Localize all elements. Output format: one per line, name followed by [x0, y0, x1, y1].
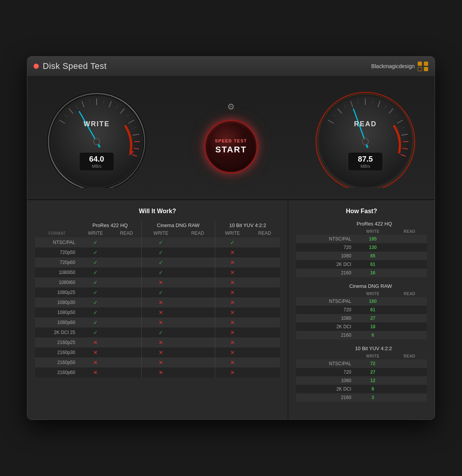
brand-name: Blackmagicdesign: [371, 63, 415, 69]
close-button[interactable]: [33, 63, 39, 69]
hf-read-header: READ: [392, 228, 427, 235]
svg-text:64.0: 64.0: [89, 155, 104, 163]
table-cell: ✓: [141, 287, 180, 297]
table-cell: [249, 277, 280, 287]
hf-table: WRITE READ NTSC/PAL 195 720 130 1080 65 …: [296, 228, 427, 277]
start-label-line1: SPEED TEST: [215, 139, 247, 143]
hf-write-val: 195: [353, 235, 392, 243]
hf-format-label: 2K DCI: [296, 385, 353, 393]
hf-group: Cinema DNG RAW WRITE READ NTSC/PAL 160 7…: [296, 283, 427, 339]
format-label: 2160p60: [35, 367, 79, 377]
table-cell: [112, 357, 141, 367]
table-cell: ✕: [215, 277, 249, 287]
table-row: 1080i50 ✓ ✓ ✕: [35, 267, 280, 277]
table-cell: ✓: [79, 327, 112, 337]
hf-row: 720 130: [296, 243, 427, 252]
table-cell: ✕: [215, 347, 249, 357]
write-gauge-container: 64.0 MB/s WRITE: [43, 88, 151, 188]
start-button[interactable]: SPEED TEST START: [204, 120, 258, 174]
table-cell: [249, 357, 280, 367]
table-row: 720p50 ✓ ✓ ✕: [35, 247, 280, 257]
table-cell: [112, 257, 141, 267]
table-cell: [249, 367, 280, 377]
table-cell: ✕: [215, 357, 249, 367]
table-cell: ✓: [141, 237, 180, 247]
hf-write-val: 27: [353, 314, 392, 322]
hf-format-col-header: [296, 228, 353, 235]
hf-read-val: [392, 385, 427, 393]
gear-icon[interactable]: ⚙: [227, 102, 235, 112]
format-label: 2160p30: [35, 347, 79, 357]
hf-format-label: 1080: [296, 376, 353, 385]
table-cell: ✕: [79, 357, 112, 367]
hf-row: 720 61: [296, 306, 427, 314]
format-col-header: FORMAT: [35, 229, 79, 237]
table-cell: ✕: [79, 347, 112, 357]
brand-icon: [418, 62, 429, 71]
table-cell: ✓: [141, 247, 180, 257]
hf-group: ProRes 422 HQ WRITE READ NTSC/PAL 195 72…: [296, 221, 427, 277]
table-cell: ✓: [79, 307, 112, 317]
table-cell: ✕: [141, 367, 180, 377]
table-row: 1080i60 ✓ ✕ ✕: [35, 277, 280, 287]
hf-write-val: 61: [353, 260, 392, 269]
hf-format-label: NTSC/PAL: [296, 297, 353, 306]
how-fast-title: How Fast?: [296, 208, 427, 215]
yuv-write-header: WRITE: [215, 229, 249, 237]
read-gauge-container: 87.5 MB/s READ: [311, 88, 419, 188]
cdng-header: Cinema DNG RAW: [141, 221, 215, 229]
hf-read-val: [392, 359, 427, 368]
table-row: 1080p50 ✓ ✕ ✕: [35, 307, 280, 317]
prores-write-header: WRITE: [79, 229, 112, 237]
hf-row: 1080 27: [296, 314, 427, 322]
format-label: 720p60: [35, 257, 79, 267]
table-cell: [112, 247, 141, 257]
app-window: Disk Speed Test Blackmagicdesign: [27, 56, 435, 420]
brand-logo: Blackmagicdesign: [371, 62, 429, 71]
hf-codec-name: Cinema DNG RAW: [328, 283, 395, 290]
table-row: 2160p60 ✕ ✕ ✕: [35, 367, 280, 377]
format-label: 1080p60: [35, 317, 79, 327]
svg-text:WRITE: WRITE: [84, 120, 110, 128]
hf-row: 2K DCI 18: [296, 322, 427, 331]
table-cell: [112, 337, 141, 347]
svg-text:READ: READ: [354, 120, 377, 128]
write-gauge: 64.0 MB/s WRITE: [43, 88, 151, 188]
hf-read-val: [392, 322, 427, 331]
hf-header-row: WRITE READ: [296, 228, 427, 235]
table-cell: ✓: [79, 317, 112, 327]
table-cell: [180, 367, 215, 377]
hf-read-val: [392, 243, 427, 252]
read-gauge: 87.5 MB/s READ: [311, 88, 419, 188]
hf-write-val: 72: [353, 359, 392, 368]
table-cell: ✕: [215, 267, 249, 277]
format-header-empty: [35, 221, 79, 229]
hf-read-val: [392, 368, 427, 376]
table-cell: [180, 247, 215, 257]
table-cell: ✕: [141, 317, 180, 327]
table-cell: ✕: [141, 337, 180, 347]
hf-table: WRITE READ NTSC/PAL 160 720 61 1080 27 2…: [296, 291, 427, 339]
table-cell: [180, 317, 215, 327]
table-cell: ✓: [79, 297, 112, 307]
will-it-work-table: ProRes 422 HQ Cinema DNG RAW 10 Bit YUV …: [35, 221, 280, 377]
hf-read-header: READ: [392, 291, 427, 297]
table-cell: [180, 357, 215, 367]
table-row: 1080p60 ✓ ✕ ✕: [35, 317, 280, 327]
svg-text:MB/s: MB/s: [360, 164, 370, 169]
table-cell: [249, 337, 280, 347]
hf-write-header: WRITE: [353, 353, 392, 359]
table-cell: ✓: [141, 267, 180, 277]
table-cell: ✕: [215, 297, 249, 307]
table-row: 1080p25 ✓ ✓ ✕: [35, 287, 280, 297]
hf-row: 2160 16: [296, 269, 427, 277]
table-cell: ✕: [215, 247, 249, 257]
yuv-header: 10 Bit YUV 4:2:2: [215, 221, 280, 229]
table-cell: ✕: [141, 347, 180, 357]
hf-write-val: 3: [353, 393, 392, 402]
bmd-dot-4: [424, 67, 428, 71]
table-cell: [249, 257, 280, 267]
will-it-work-tbody: NTSC/PAL ✓ ✓ ✓ 720p50 ✓ ✓ ✕ 720p60 ✓ ✓ ✕…: [35, 237, 280, 377]
format-label: 720p50: [35, 247, 79, 257]
table-cell: ✓: [79, 247, 112, 257]
